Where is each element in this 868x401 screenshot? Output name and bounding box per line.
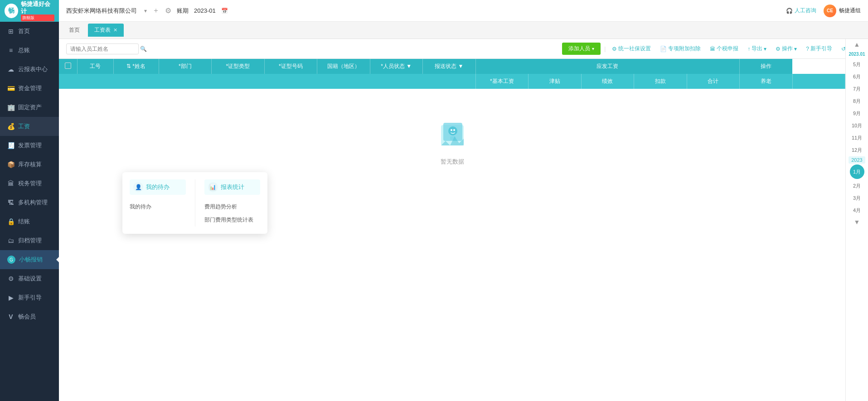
month-item-9[interactable]: 9月 xyxy=(846,107,868,120)
topbar: 西安虾米网络科技有限公司 ▾ ＋ ⚙ 账期 2023-01 📅 🎧 人工咨询 C… xyxy=(59,0,868,22)
service-button[interactable]: 🎧 人工咨询 xyxy=(786,7,816,14)
dropdown-col-todo-title: 👤 我的待办 xyxy=(130,179,186,195)
special-deduct-icon: 📄 xyxy=(660,46,667,52)
th-base-salary: *基本工资 xyxy=(475,74,529,89)
sidebar-item-guide-label: 新手引导 xyxy=(18,294,42,302)
month-year-label: 2023.01 xyxy=(848,50,866,58)
social-security-action[interactable]: ⚙ 统一社保设置 xyxy=(609,45,654,53)
th-dept: *部门 xyxy=(159,59,212,74)
th-country: 国籍（地区） xyxy=(317,59,370,74)
tax-icon: 🏛 xyxy=(7,180,15,187)
salary-table: 工号 ⇅ *姓名 *部门 *证型类型 *证型号码 国籍（地区） *人员状态 ▼ … xyxy=(59,59,845,89)
dropdown-report-item1[interactable]: 费用趋势分析 xyxy=(204,200,261,213)
calendar-icon[interactable]: 📅 xyxy=(221,8,228,14)
social-security-icon: ⚙ xyxy=(612,46,617,52)
month-item-8[interactable]: 8月 xyxy=(846,95,868,107)
month-item-5[interactable]: 5月 xyxy=(846,58,868,71)
search-input[interactable] xyxy=(70,46,138,52)
export-action[interactable]: ↑ 导出 ▾ xyxy=(745,45,769,53)
sidebar-item-multi-label: 多机构管理 xyxy=(18,198,48,207)
company-name: 西安虾米网络科技有限公司 xyxy=(66,7,137,15)
sidebar-item-ledger[interactable]: ≡ 总账 xyxy=(0,41,59,60)
search-icon[interactable]: 🔍 xyxy=(140,46,147,52)
sidebar-logo: 畅 畅捷通好会计 旗舰版 xyxy=(0,0,59,22)
special-deduct-label: 专项附加扣除 xyxy=(668,45,701,53)
period-value: 2023-01 xyxy=(194,7,216,14)
sidebar-item-salary[interactable]: 💰 工资 xyxy=(0,117,59,136)
th-checkbox xyxy=(59,59,77,74)
month-panel: ▲ 2023.01 5月 6月 7月 8月 9月 10月 11月 12月 202… xyxy=(845,39,868,401)
month-prev-button[interactable]: ▲ xyxy=(852,39,862,50)
month-item-7[interactable]: 7月 xyxy=(846,83,868,95)
personal-tax-action[interactable]: 🏛 个税申报 xyxy=(707,45,741,53)
avatar: CE xyxy=(824,5,836,17)
salary-icon: 💰 xyxy=(7,123,15,130)
sidebar-item-basic[interactable]: ⚙ 基础设置 xyxy=(0,269,59,288)
logo-badge: 旗舰版 xyxy=(21,14,54,21)
dropdown-col-todo: 👤 我的待办 我的待办 xyxy=(130,179,186,227)
user-menu[interactable]: CE 畅捷通组 xyxy=(824,5,861,17)
cloud-icon: ☁ xyxy=(7,66,15,73)
service-label: 人工咨询 xyxy=(795,7,816,14)
sidebar-item-inventory-label: 库存核算 xyxy=(18,160,42,169)
export-label: 导出 xyxy=(752,45,762,53)
ledger-icon: ≡ xyxy=(7,47,15,54)
sidebar-item-closing-label: 结账 xyxy=(18,217,30,226)
add-person-button[interactable]: 添加人员 ▾ xyxy=(562,43,601,55)
sidebar-item-archive[interactable]: 🗂 归档管理 xyxy=(0,231,59,250)
th-deduct: 扣款 xyxy=(634,74,687,89)
month-next-button[interactable]: ▼ xyxy=(852,217,862,227)
th-salary-group: 应发工资 xyxy=(475,59,740,74)
sidebar-item-xiaochang[interactable]: G 小畅报销 xyxy=(0,250,59,269)
add-button[interactable]: ＋ xyxy=(152,6,160,15)
select-all-checkbox[interactable] xyxy=(65,63,71,69)
sidebar-item-multi-org[interactable]: 🏗 多机构管理 xyxy=(0,193,59,212)
month-item-3[interactable]: 3月 xyxy=(846,192,868,204)
month-item-1[interactable]: 1月 xyxy=(850,164,864,179)
operation-action[interactable]: ⚙ 操作 ▾ xyxy=(773,45,800,53)
dropdown-todo-item[interactable]: 我的待办 xyxy=(130,200,186,213)
guide-icon: ▶ xyxy=(7,294,15,301)
operation-label: 操作 xyxy=(782,45,793,53)
period-label: 账期 xyxy=(177,7,189,15)
fund-icon: 💳 xyxy=(7,85,15,92)
svg-point-4 xyxy=(451,129,452,131)
month-item-11[interactable]: 11月 xyxy=(846,132,868,144)
month-item-2[interactable]: 2月 xyxy=(846,180,868,192)
tab-salary-table[interactable]: 工资表 ✕ xyxy=(88,24,124,37)
sidebar-item-home-label: 首页 xyxy=(18,27,30,35)
sidebar-item-invoice[interactable]: 🧾 发票管理 xyxy=(0,136,59,155)
settings-button[interactable]: ⚙ xyxy=(165,6,171,15)
sidebar-item-fixed-assets[interactable]: 🏢 固定资产 xyxy=(0,98,59,117)
th-allowance: 津贴 xyxy=(529,74,582,89)
sidebar-item-inventory[interactable]: 📦 库存核算 xyxy=(0,155,59,174)
dropdown-report-item2[interactable]: 部门费用类型统计表 xyxy=(204,213,261,227)
company-dropdown-arrow[interactable]: ▾ xyxy=(144,8,147,14)
operation-arrow: ▾ xyxy=(794,46,797,52)
month-item-4[interactable]: 4月 xyxy=(846,204,868,217)
dropdown-report-item2-label: 部门费用类型统计表 xyxy=(204,217,253,223)
dropdown-col-report: 📊 报表统计 费用趋势分析 部门费用类型统计表 xyxy=(204,179,261,227)
sidebar-item-fund[interactable]: 💳 资金管理 xyxy=(0,79,59,98)
archive-icon: 🗂 xyxy=(7,237,15,244)
sidebar-item-closing[interactable]: 🔒 结账 xyxy=(0,212,59,231)
month-item-6[interactable]: 6月 xyxy=(846,71,868,83)
empty-text: 暂无数据 xyxy=(441,158,464,166)
new-guide-action[interactable]: ? 新手引导 xyxy=(803,45,835,53)
th-operation: 操作 xyxy=(740,59,793,74)
sidebar-item-guide[interactable]: ▶ 新手引导 xyxy=(0,288,59,307)
th-id-no: *证型号码 xyxy=(264,59,317,74)
sidebar-item-member[interactable]: V 畅会员 xyxy=(0,307,59,326)
tab-close-button[interactable]: ✕ xyxy=(113,27,117,33)
sidebar-item-cloud-report[interactable]: ☁ 云报表中心 xyxy=(0,60,59,79)
th-report-status: 报送状态 ▼ xyxy=(423,59,476,74)
sidebar-item-tax[interactable]: 🏛 税务管理 xyxy=(0,174,59,193)
sep1: | xyxy=(604,46,606,52)
th-performance: 绩效 xyxy=(581,74,634,89)
special-deduct-action[interactable]: 📄 专项附加扣除 xyxy=(657,45,703,53)
month-item-10[interactable]: 10月 xyxy=(846,120,868,132)
sidebar-item-home[interactable]: ⊞ 首页 xyxy=(0,22,59,41)
tab-home[interactable]: 首页 xyxy=(63,24,86,37)
month-item-12[interactable]: 12月 xyxy=(846,144,868,156)
logo-icon: 畅 xyxy=(5,4,18,18)
